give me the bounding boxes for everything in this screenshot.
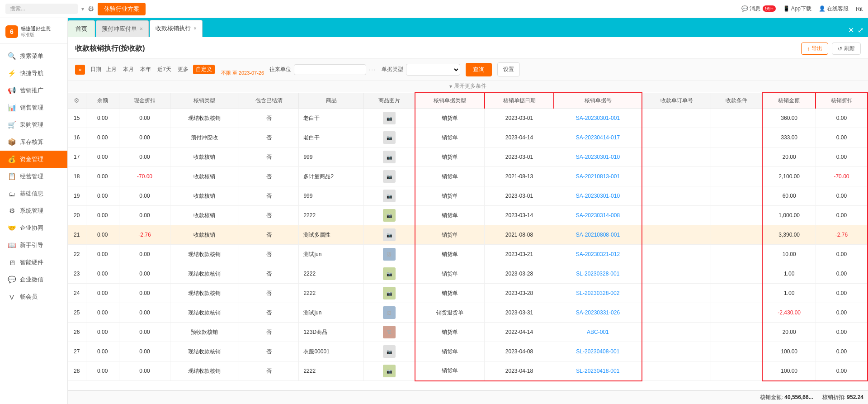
cell-type: 现结收款核销 xyxy=(170,109,239,128)
sidebar-item-finance[interactable]: 💰 资金管理 xyxy=(0,151,67,168)
doc-no-link[interactable]: SA-20210813-001 xyxy=(576,173,620,180)
table-container[interactable]: ⚙ 余额 现金折扣 核销类型 包含已结清 商品 商品图片 核销单据类型 核销单据… xyxy=(68,92,868,390)
maximize-window-icon[interactable]: ⤢ xyxy=(858,26,863,34)
doc-no-link[interactable]: SL-20230418-001 xyxy=(576,368,619,374)
cell-doc-no: SA-20230301-010 xyxy=(554,186,642,206)
product-image: 📷 xyxy=(383,287,396,299)
th-payment-terms: 收款条件 xyxy=(711,93,763,109)
cell-doc-date: 2023-03-28 xyxy=(485,284,554,303)
sidebar-item-hardware[interactable]: 🖥 智能硬件 xyxy=(0,254,67,271)
cell-cash-discount: 0.00 xyxy=(119,128,170,147)
sidebar-label-quicknav: 快捷导航 xyxy=(20,69,43,77)
sidebar-item-quicknav[interactable]: ⚡ 快捷导航 xyxy=(0,65,67,82)
date-this-month[interactable]: 本月 xyxy=(121,65,136,74)
collab-icon: 🤝 xyxy=(7,224,16,232)
sidebar-item-basic-info[interactable]: 🗂 基础信息 xyxy=(0,185,67,202)
message-label: 消息 xyxy=(750,5,760,12)
gear-icon[interactable]: ⚙ xyxy=(88,5,94,13)
sidebar-item-member[interactable]: V 畅会员 xyxy=(0,288,67,305)
doc-no-link[interactable]: ABC-001 xyxy=(587,329,609,335)
sidebar-item-system[interactable]: ⚙ 系统管理 xyxy=(0,202,67,219)
tab2-close-icon[interactable]: × xyxy=(193,25,197,32)
expand-conditions-button[interactable]: ▾ 展开更多条件 xyxy=(449,82,486,90)
sidebar-item-purchase[interactable]: 🛒 采购管理 xyxy=(0,116,67,133)
settings-button[interactable]: 设置 xyxy=(497,62,520,76)
date-prev-month[interactable]: 上月 xyxy=(104,65,118,74)
sidebar-item-sales[interactable]: 📊 销售管理 xyxy=(0,99,67,116)
cell-doc-type: 销货单 xyxy=(415,147,485,167)
doc-no-link[interactable]: SA-20230314-008 xyxy=(576,212,620,219)
wechat-icon: 💬 xyxy=(7,276,16,284)
sidebar-item-operations[interactable]: 📋 经营管理 xyxy=(0,168,67,185)
date-range-display: 不限 至 2023-07-26 xyxy=(221,70,264,76)
table-row: 17 0.00 0.00 收款核销 否 999 📷 销货单 2023-03-01… xyxy=(68,147,868,167)
doc-no-link[interactable]: SL-20230328-002 xyxy=(576,290,619,296)
sidebar-item-marketing[interactable]: 📢 营销推广 xyxy=(0,82,67,99)
app-download-link[interactable]: 📱 App下载 xyxy=(783,5,811,13)
cell-product-img: 📷 xyxy=(363,147,415,167)
doc-no-link[interactable]: SA-20230331-026 xyxy=(576,309,620,316)
page-header-actions: ↑ 导出 ↺ 刷新 xyxy=(801,43,861,55)
cell-balance: 0.00 xyxy=(86,147,119,167)
sidebar-item-newguide[interactable]: 📖 新手引导 xyxy=(0,237,67,254)
doc-no-link[interactable]: SA-20230301-010 xyxy=(576,154,620,160)
sidebar-item-wechat[interactable]: 💬 企业微信 xyxy=(0,271,67,288)
cell-doc-no: SL-20230328-002 xyxy=(554,284,642,303)
product-image: 🖼 xyxy=(383,248,396,261)
query-button[interactable]: 查询 xyxy=(466,63,492,76)
logo-badge: 标准版 xyxy=(21,32,51,38)
sidebar-item-search[interactable]: 🔍 搜索菜单 xyxy=(0,48,67,65)
tab-prepayment[interactable]: 预付冲应付单 × xyxy=(96,20,149,37)
table-row: 27 0.00 0.00 现结收款核销 否 衣服00001 📷 销货单 2023… xyxy=(68,342,868,361)
cell-product: 测试jun xyxy=(299,303,363,323)
cell-settled: 否 xyxy=(239,186,298,206)
cell-id: 17 xyxy=(68,147,86,167)
user-name: Rit xyxy=(856,6,863,12)
expand-conditions-bar: ▾ 展开更多条件 xyxy=(68,81,868,92)
sidebar-item-collab[interactable]: 🤝 企业协同 xyxy=(0,219,67,237)
doc-no-link[interactable]: SL-20230328-001 xyxy=(576,271,619,277)
cell-doc-type: 销货单 xyxy=(415,206,485,225)
top-bar-right: 💬 消息 99+ 📱 App下载 👤 在线客服 Rit xyxy=(741,5,863,13)
table-settings-icon[interactable]: ⚙ xyxy=(74,97,80,104)
message-icon[interactable]: 💬 消息 99+ xyxy=(741,5,776,13)
doc-no-link[interactable]: SA-20210808-001 xyxy=(576,232,620,238)
top-search-box[interactable]: 搜索... xyxy=(5,4,78,14)
date-custom-btn[interactable]: 自定义 xyxy=(193,65,215,74)
export-button[interactable]: ↑ 导出 xyxy=(801,43,828,55)
tab1-close-icon[interactable]: × xyxy=(140,26,143,32)
doc-no-link[interactable]: SA-20230414-017 xyxy=(576,134,620,141)
doc-no-link[interactable]: SL-20230408-001 xyxy=(576,348,619,355)
cell-order-no xyxy=(642,109,711,128)
industry-solution-button[interactable]: 休验行业方案 xyxy=(98,3,146,15)
cell-type: 现结收款核销 xyxy=(170,342,239,361)
cell-type: 现结收款核销 xyxy=(170,245,239,264)
table-footer: 核销金额: 40,556,66... 核销折扣: 952.24 xyxy=(68,390,868,404)
source-filter-input[interactable] xyxy=(294,64,366,75)
refresh-button[interactable]: ↺ 刷新 xyxy=(832,43,861,55)
cell-cash-discount: 0.00 xyxy=(119,264,170,284)
cell-discount: 0.00 xyxy=(816,264,868,284)
doc-no-link[interactable]: SA-20230301-010 xyxy=(576,193,620,199)
close-window-icon[interactable]: ✕ xyxy=(848,26,854,34)
doc-no-link[interactable]: SA-20230321-012 xyxy=(576,251,620,257)
cell-order-no xyxy=(642,303,711,323)
online-service-link[interactable]: 👤 在线客服 xyxy=(819,5,849,13)
date-7days[interactable]: 近7天 xyxy=(156,65,173,74)
filter-expand-button[interactable]: » xyxy=(75,65,85,75)
date-this-year[interactable]: 本年 xyxy=(138,65,153,74)
cell-amount: 100.00 xyxy=(762,361,816,381)
doc-no-link[interactable]: SA-20230301-001 xyxy=(576,115,620,121)
tab-collection-write-off[interactable]: 收款核销执行 × xyxy=(150,20,203,37)
sidebar-item-inventory[interactable]: 📦 库存核算 xyxy=(0,133,67,151)
type-filter-select[interactable] xyxy=(406,64,460,76)
cell-discount: 0.00 xyxy=(816,147,868,167)
cell-type: 收款核销 xyxy=(170,225,239,245)
product-image: 📷 xyxy=(383,190,396,202)
tab-home[interactable]: 首页 xyxy=(68,20,95,37)
th-settings[interactable]: ⚙ xyxy=(68,93,86,109)
date-more[interactable]: 更多 xyxy=(176,65,190,74)
cell-doc-date: 2023-04-18 xyxy=(485,361,554,381)
cell-doc-type: 销货单 xyxy=(415,186,485,206)
cell-doc-no: SA-20230331-026 xyxy=(554,303,642,323)
